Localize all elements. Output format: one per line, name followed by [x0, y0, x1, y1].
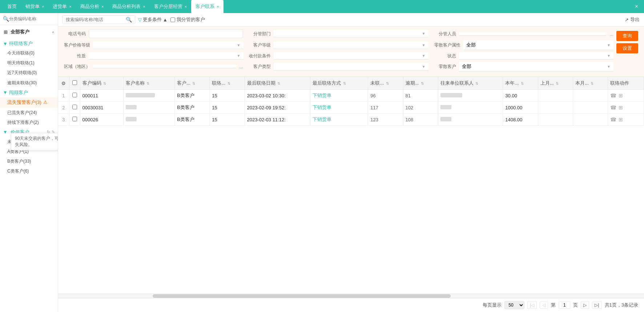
current-page-input[interactable] [559, 301, 570, 309]
dept-field: 分管部门 ▼ [249, 30, 428, 37]
export-button[interactable]: ↗ 导出 [625, 16, 640, 23]
action-call-3[interactable]: ☎ [610, 117, 616, 122]
sidebar-group-risk[interactable]: ▼ 闯颠客户 [0, 88, 58, 97]
query-button[interactable]: 查询 [616, 31, 638, 41]
sidebar-item-churned[interactable]: 已流失客户(24) [0, 108, 58, 118]
close-sales-tab[interactable]: × [42, 4, 44, 9]
nature-select[interactable]: ▼ [89, 52, 243, 60]
dept-select[interactable]: ▼ [274, 30, 428, 37]
customer-tier-select[interactable]: ▼ [274, 42, 428, 49]
retail-attr-arrow: ▼ [607, 43, 611, 47]
col-this-year[interactable]: 本年... ⇅ [503, 77, 538, 90]
nav-product-analysis-list[interactable]: 商品分析列表 × [108, 0, 149, 13]
sidebar-item-today[interactable]: 今天待联络(0) [0, 48, 58, 58]
action-call-1[interactable]: ☎ [610, 93, 616, 98]
per-page-select[interactable]: 50 100 200 [504, 301, 524, 309]
row-1-uncontacted: 96 [368, 90, 403, 102]
row-1-checkbox[interactable] [72, 93, 77, 97]
row-3-name [123, 114, 174, 126]
col-uncontacted[interactable]: 未联... ⇅ [368, 77, 403, 90]
sidebar-item-class-c[interactable]: C类客户(6) [0, 166, 58, 176]
row-1-code: 000011 [80, 90, 123, 102]
sidebar-item-overdue[interactable]: 逾期未联络(30) [0, 78, 58, 88]
payment-select[interactable]: ▼ [274, 52, 428, 60]
price-tier-select[interactable]: ▼ [93, 42, 243, 49]
total-records: 共1页，3条记录 [605, 302, 638, 308]
nav-product-analysis[interactable]: 商品分析 × [76, 0, 108, 13]
nav-purchase[interactable]: 进货单 × [48, 0, 76, 13]
col-this-month[interactable]: 本月... ⇅ [573, 77, 608, 90]
row-checkbox-1[interactable] [69, 90, 80, 102]
close-purchase-tab[interactable]: × [69, 4, 71, 9]
col-code[interactable]: 客户编码 ⇅ [80, 77, 123, 90]
col-name[interactable]: 客户名称 ⇅ [123, 77, 174, 90]
last-page-btn[interactable]: ▷| [592, 301, 601, 309]
sidebar-search-input[interactable] [9, 16, 58, 21]
col-settings[interactable]: ⚙ [58, 77, 69, 90]
row-3-checkbox[interactable] [72, 117, 77, 121]
settings-button[interactable]: 设置 [616, 43, 638, 53]
close-product-list-tab[interactable]: × [143, 4, 145, 9]
col-last-date[interactable]: 最后联络日期 ⇅ [245, 77, 310, 90]
customer-search-input[interactable] [66, 17, 126, 22]
horizontal-scrollbar[interactable] [58, 293, 644, 298]
action-call-2[interactable]: ☎ [610, 105, 616, 110]
col-type[interactable]: 客户... ⇅ [174, 77, 209, 90]
scrollbar-thumb[interactable] [153, 294, 451, 298]
col-contact2[interactable]: 往来单位联系人 ⇅ [438, 77, 503, 90]
next-page-btn[interactable]: ▷ [581, 301, 589, 309]
sidebar-item-class-b[interactable]: B类客户(33) [0, 157, 58, 166]
col-last-month[interactable]: 上月... ⇅ [538, 77, 573, 90]
row-2-this-year: 1000.00 [503, 102, 538, 114]
status-select[interactable]: ▼ [459, 52, 613, 60]
nav-customer-contact[interactable]: 客户联系 × [191, 0, 223, 13]
more-filter-btn[interactable]: ▽ 更多条件 ▲ [138, 16, 168, 23]
prev-page-btn[interactable]: ◁ [540, 301, 548, 309]
close-product-analysis-tab[interactable]: × [101, 4, 104, 9]
sidebar-item-tomorrow[interactable]: 明天待联络(1) [0, 58, 58, 68]
customer-tier-field: 客户等级 ▼ [249, 42, 428, 49]
col-contact[interactable]: 联络... ⇅ [210, 77, 245, 90]
action-more-3[interactable]: ⊞ [619, 117, 623, 122]
sidebar-item-declining[interactable]: 持续下滑客户(2) [0, 118, 58, 127]
nav-home[interactable]: 首页 [3, 0, 21, 13]
sidebar-item-churn-warning[interactable]: 流失预警客户(3) ⚠ [0, 97, 58, 108]
sidebar-group-pending[interactable]: ▼ 待联络客户 [0, 39, 58, 48]
row-checkbox-3[interactable] [69, 114, 80, 126]
sort-icon-contact2: ⇅ [475, 81, 478, 85]
close-customer-layer-tab[interactable]: × [185, 4, 187, 9]
region-more-icon[interactable]: ... [239, 64, 243, 69]
close-customer-contact-tab[interactable]: × [217, 4, 219, 9]
search-icon[interactable]: 🔍 [126, 17, 132, 23]
action-more-1[interactable]: ⊞ [619, 93, 623, 98]
phone-input[interactable] [89, 29, 243, 38]
manager-select[interactable] [459, 32, 607, 36]
close-all-tabs[interactable]: × [632, 3, 641, 10]
nav-sales[interactable]: 销货单 × [21, 0, 48, 13]
triangle-icon-3: ▼ [3, 129, 8, 135]
col-checkbox[interactable] [69, 77, 80, 90]
my-customers-filter[interactable]: 我分管的客户 [170, 16, 205, 23]
select-all-checkbox[interactable] [72, 80, 77, 85]
region-select[interactable] [93, 65, 236, 68]
first-page-btn[interactable]: |◁ [527, 301, 537, 309]
row-2-method[interactable]: 下销货单 [310, 102, 368, 114]
action-more-2[interactable]: ⊞ [619, 105, 623, 110]
col-last-method[interactable]: 最后联络方式 ⇅ [310, 77, 368, 90]
customer-type-select[interactable]: ▼ [274, 63, 428, 70]
nav-customer-layer[interactable]: 客户分层经营 × [150, 0, 191, 13]
col-overdue[interactable]: 逾期... ⇅ [403, 77, 438, 90]
retail-customer-select[interactable]: 全部 ▼ [459, 62, 613, 72]
filter-bar: 🔍 ▽ 更多条件 ▲ 我分管的客户 ↗ 导出 [58, 13, 644, 27]
row-2-checkbox[interactable] [72, 105, 77, 109]
row-checkbox-2[interactable] [69, 102, 80, 114]
sidebar-all-customers[interactable]: ⊞ 全部客户 « [0, 27, 58, 37]
payment-field: 收付款条件 ▼ [249, 52, 428, 60]
my-customers-checkbox[interactable] [170, 17, 175, 22]
sidebar-item-7days[interactable]: 近7天待联络(0) [0, 68, 58, 78]
row-1-method[interactable]: 下销货单 [310, 90, 368, 102]
retail-attr-select[interactable]: 全部 ▼ [463, 40, 613, 50]
warning-icon: ⚠ [43, 100, 48, 105]
manager-more-icon[interactable]: ... [609, 31, 613, 37]
row-3-method[interactable]: 下销货单 [310, 114, 368, 126]
